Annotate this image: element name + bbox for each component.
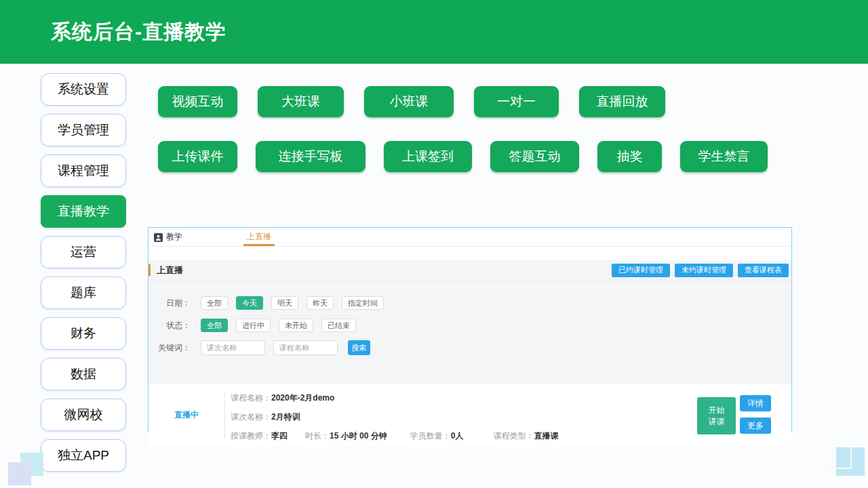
tab-go-live[interactable]: 上直播: [243, 228, 275, 246]
lesson-name-value: 2月特训: [271, 411, 300, 423]
date-filter-label: 日期：: [158, 298, 191, 309]
sidebar-item-question-bank[interactable]: 题库: [41, 277, 126, 309]
sidebar-item-student-management[interactable]: 学员管理: [41, 114, 126, 146]
course-meta-line: 授课教师： 李四 时长： 15 小时 00 分钟 学员数量： 0人 课程类型： …: [231, 431, 558, 441]
date-chip-tomorrow[interactable]: 明天: [271, 296, 298, 310]
section-actions: 已约课时管理 未约课时管理 查看课程表: [612, 264, 789, 277]
sidebar-item-course-management[interactable]: 课程管理: [41, 155, 126, 187]
date-filter-row: 日期： 全部 今天 明天 昨天 指定时间: [158, 296, 791, 310]
sidebar-item-finance[interactable]: 财务: [41, 317, 126, 350]
sidebar-item-standalone-app[interactable]: 独立APP: [41, 439, 126, 472]
live-replay-button[interactable]: 直播回放: [579, 86, 665, 117]
booked-lessons-button[interactable]: 已约课时管理: [612, 264, 670, 277]
sidebar-item-operations[interactable]: 运营: [41, 236, 126, 268]
sidebar-item-data[interactable]: 数据: [41, 358, 126, 390]
students-value: 0人: [451, 430, 464, 442]
start-teaching-button[interactable]: 开始讲课: [697, 397, 736, 434]
section-accent-bar: [149, 264, 151, 276]
video-interaction-button[interactable]: 视频互动: [158, 86, 237, 117]
date-chip-all[interactable]: 全部: [201, 296, 228, 310]
decor-square-outline-right: [822, 439, 852, 469]
course-type-label: 课程类型：: [493, 430, 534, 442]
course-type-value: 直播课: [534, 430, 558, 442]
course-list-item: 直播中 课程名称： 2020年-2月demo 课次名称： 2月特训 授课教师： …: [149, 384, 791, 446]
course-name-value: 2020年-2月demo: [271, 392, 334, 404]
unbooked-lessons-button[interactable]: 未约课时管理: [675, 264, 733, 277]
sidebar: 系统设置 学员管理 课程管理 直播教学 运营 题库 财务 数据 微网校 独立AP…: [41, 73, 126, 480]
upload-courseware-button[interactable]: 上传课件: [158, 141, 237, 172]
status-chip-ended[interactable]: 已结束: [321, 319, 356, 332]
page-header: 系统后台-直播教学: [0, 0, 868, 64]
detail-button[interactable]: 详情: [740, 395, 771, 411]
duration-label: 时长：: [305, 430, 330, 442]
date-chip-yesterday[interactable]: 昨天: [307, 296, 334, 310]
vertical-divider: [224, 390, 225, 439]
course-name-label: 课程名称：: [231, 392, 271, 404]
duration-value: 15 小时 00 分钟: [330, 430, 387, 442]
panel-filter-area: 上直播 已约课时管理 未约课时管理 查看课程表 日期： 全部 今天 明天 昨天 …: [149, 260, 791, 384]
status-chip-in-progress[interactable]: 进行中: [236, 319, 271, 332]
decor-square-lavender-left: [8, 462, 31, 485]
status-chip-all[interactable]: 全部: [201, 319, 228, 332]
status-chip-not-started[interactable]: 未开始: [279, 319, 313, 332]
view-schedule-button[interactable]: 查看课程表: [738, 264, 789, 277]
feature-buttons-row2: 上传课件 连接手写板 上课签到 答题互动 抽奖 学生禁言: [158, 141, 768, 172]
page-title: 系统后台-直播教学: [51, 18, 226, 46]
section-header: 上直播 已约课时管理 未约课时管理 查看课程表: [149, 260, 791, 281]
search-button[interactable]: 搜索: [348, 340, 370, 355]
section-title: 上直播: [157, 264, 183, 277]
teaching-app-icon: [154, 232, 163, 241]
one-on-one-button[interactable]: 一对一: [474, 86, 559, 117]
panel-tab-bar: 教学 上直播: [149, 228, 791, 247]
live-admin-panel: 教学 上直播 上直播 已约课时管理 未约课时管理 查看课程表 日期： 全部 今天…: [148, 227, 792, 432]
date-chip-today[interactable]: 今天: [236, 296, 263, 310]
feature-buttons-row1: 视频互动 大班课 小班课 一对一 直播回放: [158, 86, 665, 117]
date-chip-custom-time[interactable]: 指定时间: [342, 296, 384, 310]
course-status-badge: 直播中: [174, 409, 199, 421]
status-filter-label: 状态：: [158, 320, 191, 331]
more-button[interactable]: 更多: [740, 418, 771, 434]
keyword-filter-row: 关键词： 搜索: [158, 340, 791, 355]
course-name-input[interactable]: [273, 340, 338, 355]
teacher-label: 授课教师：: [231, 430, 271, 442]
small-class-button[interactable]: 小班课: [364, 86, 454, 117]
status-filter-row: 状态： 全部 进行中 未开始 已结束: [158, 319, 791, 332]
sidebar-item-system-settings[interactable]: 系统设置: [41, 73, 126, 106]
sidebar-item-micro-school[interactable]: 微网校: [41, 399, 126, 431]
large-class-button[interactable]: 大班课: [258, 86, 344, 117]
quiz-interaction-button[interactable]: 答题互动: [490, 141, 579, 172]
lesson-name-input[interactable]: [201, 340, 265, 355]
app-label: 教学: [166, 231, 182, 243]
connect-writing-tablet-button[interactable]: 连接手写板: [256, 141, 366, 172]
course-name-line: 课程名称： 2020年-2月demo: [231, 393, 558, 403]
course-info: 课程名称： 2020年-2月demo 课次名称： 2月特训 授课教师： 李四 时…: [231, 393, 558, 450]
lesson-name-line: 课次名称： 2月特训: [231, 412, 558, 422]
keyword-filter-label: 关键词：: [158, 342, 191, 354]
lottery-button[interactable]: 抽奖: [597, 141, 662, 172]
class-signin-button[interactable]: 上课签到: [384, 141, 472, 172]
student-mute-button[interactable]: 学生禁言: [680, 141, 768, 172]
teacher-value: 李四: [271, 430, 288, 442]
sidebar-item-live-teaching[interactable]: 直播教学: [41, 195, 126, 228]
students-label: 学员数量：: [410, 430, 451, 442]
lesson-name-label: 课次名称：: [231, 411, 271, 423]
